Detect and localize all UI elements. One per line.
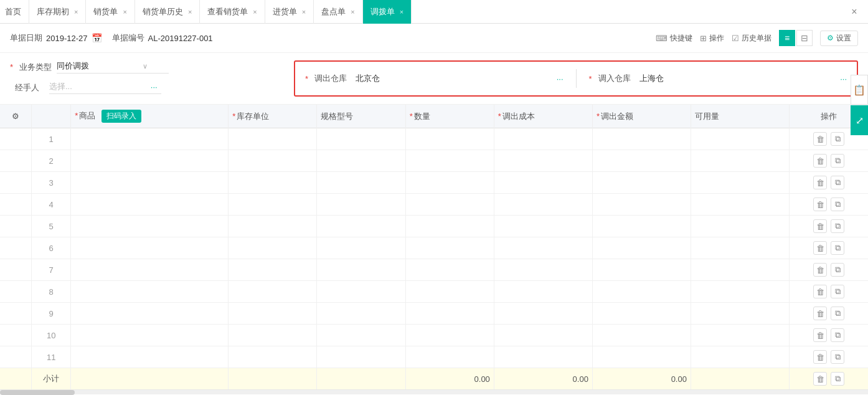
tab-close-icon[interactable]: × [74, 8, 78, 16]
row-spec-cell [317, 150, 405, 172]
row-settings-cell [0, 237, 32, 259]
row-product-cell[interactable] [71, 281, 229, 303]
row-available-cell [691, 128, 789, 150]
delete-row-button[interactable]: 🗑 [813, 219, 827, 233]
row-product-cell[interactable] [71, 325, 229, 346]
row-product-cell[interactable] [71, 303, 229, 325]
row-settings-cell [0, 281, 32, 303]
row-product-cell[interactable] [71, 237, 229, 259]
row-product-cell[interactable] [71, 346, 229, 368]
row-spec-cell [317, 281, 405, 303]
float-doc-button[interactable]: 📋 [851, 75, 868, 105]
row-quantity-cell [405, 194, 494, 216]
th-quantity: *数量 [405, 105, 494, 128]
settings-label: 设置 [836, 33, 851, 44]
scan-button[interactable]: 扫码录入 [101, 110, 141, 123]
main-content: 单据日期 2019-12-27 📅 单据编号 AL-20191227-001 ⌨… [0, 24, 868, 395]
row-amount-cell [592, 346, 691, 368]
subtotal-unit-cell [229, 368, 317, 390]
history-button[interactable]: ☑ 历史单据 [732, 33, 771, 44]
horizontal-scrollbar[interactable] [0, 389, 868, 394]
calendar-icon[interactable]: 📅 [92, 33, 102, 43]
tab-close-icon[interactable]: × [188, 8, 192, 16]
subtotal-delete-button[interactable]: 🗑 [813, 372, 827, 386]
delete-row-button[interactable]: 🗑 [813, 285, 827, 298]
copy-row-button[interactable]: ⧉ [831, 328, 844, 342]
tab-close-icon[interactable]: × [351, 8, 354, 16]
row-product-cell[interactable] [71, 216, 229, 237]
table-row: 5 🗑 ⧉ [0, 216, 868, 237]
delete-row-button[interactable]: 🗑 [813, 263, 827, 277]
tab-close-active-icon[interactable]: × [400, 8, 403, 16]
scroll-thumb[interactable] [0, 390, 75, 395]
copy-row-button[interactable]: ⧉ [831, 350, 844, 364]
row-settings-cell [0, 128, 32, 150]
th-settings[interactable]: ⚙ [0, 105, 32, 128]
business-type-row: * 业务类型 同价调拨 ∨ [10, 60, 284, 74]
tab-inventory-count[interactable]: 盘点单 × [314, 0, 362, 24]
row-product-cell[interactable] [71, 128, 229, 150]
copy-row-button[interactable]: ⧉ [831, 307, 844, 320]
tab-home[interactable]: 首页 [5, 0, 29, 24]
row-unit-cell [229, 346, 317, 368]
th-product: *商品 扫码录入 [71, 105, 229, 128]
tab-purchase-order[interactable]: 进货单 × [265, 0, 314, 24]
tab-sales-history[interactable]: 销货单历史 × [135, 0, 200, 24]
tab-close-icon[interactable]: × [123, 8, 126, 16]
tab-transfer-order[interactable]: 调拨单 × [363, 0, 412, 24]
delete-row-button[interactable]: 🗑 [813, 198, 827, 211]
copy-row-button[interactable]: ⧉ [831, 176, 844, 189]
copy-row-button[interactable]: ⧉ [831, 154, 844, 168]
row-product-cell[interactable] [71, 150, 229, 172]
row-operation-cell: 🗑 ⧉ [790, 303, 869, 325]
copy-row-button[interactable]: ⧉ [831, 132, 844, 146]
delete-row-button[interactable]: 🗑 [813, 328, 827, 342]
layout-list-button[interactable]: ≡ [779, 30, 795, 46]
delete-row-button[interactable]: 🗑 [813, 350, 827, 364]
row-product-cell[interactable] [71, 194, 229, 216]
out-warehouse-value: 北京仓 [356, 73, 380, 84]
row-amount-cell [592, 128, 691, 150]
row-cost-cell [494, 150, 592, 172]
handler-ellipsis-icon[interactable]: ··· [151, 82, 158, 92]
copy-row-button[interactable]: ⧉ [831, 241, 844, 255]
float-expand-button[interactable]: ⤢ [851, 105, 868, 135]
tab-sales-order[interactable]: 销货单 × [86, 0, 134, 24]
delete-row-button[interactable]: 🗑 [813, 307, 827, 320]
in-warehouse-ellipsis[interactable]: ··· [840, 74, 847, 83]
row-product-cell[interactable] [71, 172, 229, 194]
close-all-tabs-button[interactable]: × [846, 3, 863, 21]
delete-row-button[interactable]: 🗑 [813, 241, 827, 255]
handler-placeholder[interactable]: 选择... [49, 81, 72, 92]
row-number: 1 [32, 128, 71, 150]
delete-row-button[interactable]: 🗑 [813, 132, 827, 146]
row-operation-cell: 🗑 ⧉ [790, 194, 869, 216]
settings-button[interactable]: ⚙ 设置 [820, 31, 858, 46]
copy-row-button[interactable]: ⧉ [831, 285, 844, 298]
delete-row-button[interactable]: 🗑 [813, 176, 827, 189]
row-spec-cell [317, 325, 405, 346]
tab-close-icon[interactable]: × [302, 8, 306, 16]
out-warehouse-ellipsis[interactable]: ··· [557, 74, 564, 83]
tab-close-icon[interactable]: × [253, 8, 257, 16]
row-available-cell [691, 303, 789, 325]
row-unit-cell [229, 194, 317, 216]
row-unit-cell [229, 237, 317, 259]
in-warehouse-section: * 调入仓库 上海仓 ··· [589, 73, 847, 84]
tab-view-sales[interactable]: 查看销货单 × [200, 0, 265, 24]
delete-row-button[interactable]: 🗑 [813, 154, 827, 168]
copy-row-button[interactable]: ⧉ [831, 198, 844, 211]
row-settings-cell [0, 325, 32, 346]
copy-row-button[interactable]: ⧉ [831, 263, 844, 277]
layout-grid-button[interactable]: ⊟ [796, 30, 813, 46]
row-product-cell[interactable] [71, 259, 229, 281]
tab-inventory-init[interactable]: 库存期初 × [29, 0, 86, 24]
copy-row-button[interactable]: ⧉ [831, 219, 844, 233]
row-settings-cell [0, 150, 32, 172]
operations-button[interactable]: ⊞ 操作 [700, 33, 724, 44]
business-type-select[interactable]: 同价调拨 ∨ [57, 60, 169, 74]
subtotal-copy-button[interactable]: ⧉ [831, 372, 844, 386]
doc-header-right: ⌨ 快捷键 ⊞ 操作 ☑ 历史单据 ≡ ⊟ ⚙ 设置 [656, 30, 858, 46]
shortcut-button[interactable]: ⌨ 快捷键 [656, 33, 692, 44]
row-cost-cell [494, 325, 592, 346]
